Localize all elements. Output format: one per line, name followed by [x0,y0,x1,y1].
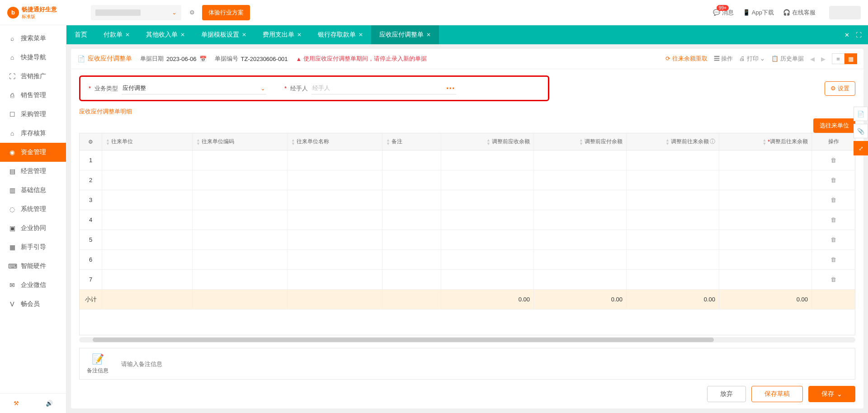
history-button[interactable]: 📋 历史单据 [771,55,804,63]
cell-after-balance[interactable] [719,170,812,190]
doc-date-value[interactable]: 2023-06-06 [166,56,197,62]
balance-reset-button[interactable]: ⟳ 往来余额重取 [665,55,708,63]
cell-before-receivable[interactable] [441,190,534,210]
tab-6[interactable]: 应收应付调整单✕ [371,25,439,44]
close-icon[interactable]: ✕ [242,32,246,38]
cell-before-payable[interactable] [534,270,627,289]
cell-note[interactable] [382,250,441,269]
cell-code[interactable] [193,270,288,289]
sidebar-item-13[interactable]: ✉企业微信 [0,276,66,295]
trash-icon[interactable]: 🗑 [830,256,836,263]
th-unit[interactable]: ▲▼往来单位 [102,133,193,150]
cell-before-receivable[interactable] [441,150,534,170]
handler-input[interactable]: 经手人 ••• [311,82,456,94]
tab-3[interactable]: 单据模板设置✕ [193,25,255,44]
sidebar-item-14[interactable]: V畅会员 [0,295,66,314]
horizontal-scrollbar[interactable] [79,337,855,343]
table-row[interactable]: 7🗑 [80,270,855,290]
cell-note[interactable] [382,270,441,289]
th-before-payable[interactable]: ▲▼调整前应付余额 [534,133,627,150]
cell-before-receivable[interactable] [441,270,534,289]
close-icon[interactable]: ✕ [359,32,363,38]
cell-before-receivable[interactable] [441,170,534,190]
th-after-balance[interactable]: ▲▼*调整后往来余额 [719,133,812,150]
cell-unit[interactable] [102,270,193,289]
table-row[interactable]: 6🗑 [80,250,855,270]
cell-name[interactable] [288,230,382,249]
trash-icon[interactable]: 🗑 [830,177,836,183]
more-icon[interactable]: ••• [446,85,455,92]
online-service-button[interactable]: 🎧 在线客服 [783,9,816,17]
cell-code[interactable] [193,170,288,190]
messages-button[interactable]: 💬 消息 99+ [713,9,734,17]
tab-5[interactable]: 银行存取款单✕ [310,25,371,44]
close-icon[interactable]: ✕ [297,32,302,38]
view-list-button[interactable]: ≡ [832,53,844,64]
cell-note[interactable] [382,210,441,230]
cell-note[interactable] [382,230,441,249]
app-download-button[interactable]: 📱 App下载 [743,9,774,17]
th-code[interactable]: ▲▼往来单位编码 [193,133,288,150]
tab-4[interactable]: 费用支出单✕ [255,25,310,44]
cell-before-balance[interactable] [627,170,719,190]
trash-icon[interactable]: 🗑 [830,197,836,203]
sidebar-item-10[interactable]: ▣企业协同 [0,219,66,238]
cell-after-balance[interactable] [719,230,812,249]
tab-2[interactable]: 其他收入单✕ [138,25,193,44]
cell-name[interactable] [288,270,382,289]
cell-unit[interactable] [102,230,193,249]
settings-icon[interactable]: ⚙ [189,9,195,16]
cell-before-payable[interactable] [534,250,627,269]
sidebar-item-1[interactable]: ⌂快捷导航 [0,48,66,67]
trash-icon[interactable]: 🗑 [830,276,836,283]
th-note[interactable]: ▲▼备注 [382,133,441,150]
sound-icon[interactable]: 🔊 [46,400,53,407]
biz-type-select[interactable]: 应付调整 ⌄ [122,82,266,94]
th-gear[interactable]: ⚙ [80,133,102,150]
tab-close-all-icon[interactable]: ✕ [844,32,849,38]
cell-unit[interactable] [102,210,193,230]
cell-note[interactable] [382,190,441,210]
sidebar-item-4[interactable]: ☐采购管理 [0,105,66,124]
close-icon[interactable]: ✕ [125,32,130,38]
cell-after-balance[interactable] [719,150,812,170]
cell-before-payable[interactable] [534,170,627,190]
cell-after-balance[interactable] [719,210,812,230]
cell-name[interactable] [288,250,382,269]
company-select[interactable]: ⌄ [91,5,181,20]
sidebar-item-11[interactable]: ▦新手引导 [0,238,66,257]
select-unit-button[interactable]: 选往来单位 [813,118,855,133]
operate-button[interactable]: ☰ 操作 [714,55,733,63]
cell-before-payable[interactable] [534,190,627,210]
cell-before-receivable[interactable] [441,250,534,269]
sidebar-item-5[interactable]: ⌂库存核算 [0,124,66,143]
cell-after-balance[interactable] [719,190,812,210]
cell-unit[interactable] [102,170,193,190]
cell-before-balance[interactable] [627,250,719,269]
remarks-input[interactable] [116,357,855,371]
cell-unit[interactable] [102,190,193,210]
next-icon[interactable]: ▶ [821,56,826,62]
trash-icon[interactable]: 🗑 [830,216,836,223]
cell-after-balance[interactable] [719,270,812,289]
cell-code[interactable] [193,210,288,230]
settings-button[interactable]: ⚙ 设置 [825,81,855,96]
scrollbar-thumb[interactable] [93,338,714,342]
cell-before-balance[interactable] [627,190,719,210]
rail-expand-button[interactable]: ⤢ [854,141,868,155]
trash-icon[interactable]: 🗑 [830,236,836,243]
rail-attach-button[interactable]: 📎 [854,124,868,138]
cell-note[interactable] [382,150,441,170]
table-row[interactable]: 3🗑 [80,190,855,210]
cell-name[interactable] [288,170,382,190]
print-button[interactable]: 🖨 打印 ⌄ [739,55,765,63]
cell-code[interactable] [193,230,288,249]
rail-note-button[interactable]: 📄 [854,107,868,121]
th-name[interactable]: ▲▼往来单位名称 [288,133,382,150]
view-card-button[interactable]: ▦ [844,53,857,64]
calendar-icon[interactable]: 📅 [199,56,207,62]
table-row[interactable]: 5🗑 [80,230,855,250]
fullscreen-icon[interactable]: ⛶ [856,32,862,38]
close-icon[interactable]: ✕ [180,32,185,38]
prev-icon[interactable]: ◀ [810,56,815,62]
